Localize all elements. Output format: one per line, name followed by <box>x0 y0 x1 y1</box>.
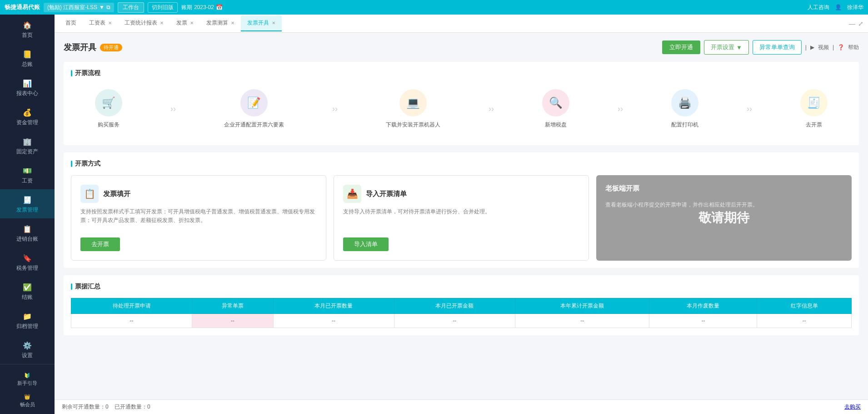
method-import-desc: 支持导入待开票清单，可对待开票清单进行拆分、合并处理。 <box>343 207 579 230</box>
step-taxdisk[interactable]: 🔍 新增税盘 <box>542 89 569 129</box>
process-section: 开票流程 🛒 购买服务 ›› 📝 企业开通配置开票六要素 ›› 💻 <box>64 62 859 145</box>
step-config-label: 企业开通配置开票六要素 <box>224 121 284 129</box>
tab-invoice-open[interactable]: 发票开具 ✕ <box>241 15 282 31</box>
sidebar-item-closing[interactable]: ✅ 结账 <box>0 277 55 306</box>
step-buy-service[interactable]: 🛒 购买服务 <box>95 89 122 129</box>
sidebar-item-vip[interactable]: 👑 畅会员 <box>0 390 55 412</box>
tab-minimize-icon[interactable]: — <box>849 20 855 27</box>
col-abnormal: 异常单票 <box>192 298 273 314</box>
method-card-import: 📥 导入开票清单 支持导入待开票清单，可对待开票清单进行拆分、合并处理。 导入清… <box>334 175 589 261</box>
method-boss-header: 老板端开票 <box>605 184 843 193</box>
sidebar-item-invoice[interactable]: 🧾 发票管理 <box>0 189 55 218</box>
company-selector[interactable]: (勉励) 江西服室-LSS ▼ ⧉ <box>44 3 114 12</box>
method-fill-header: 📋 发票填开 <box>80 185 317 203</box>
open-settings-button[interactable]: 开票设置 ▼ <box>704 40 749 55</box>
step-download[interactable]: 💻 下载并安装开票机器人 <box>386 89 440 129</box>
tab-invoice-close[interactable]: ✕ <box>190 20 194 25</box>
method-import-title: 导入开票清单 <box>366 190 407 198</box>
step-arrow-3: ›› <box>489 104 494 114</box>
customer-service[interactable]: 人工咨询 <box>808 4 829 11</box>
sidebar-pin-toggle[interactable]: ↑取消固定 <box>0 412 55 414</box>
tab-invoice[interactable]: 发票 ✕ <box>170 15 200 31</box>
sidebar-item-label: 总账 <box>22 61 33 68</box>
method-boss-title: 老板端开票 <box>605 184 639 193</box>
buy-link[interactable]: 去购买 <box>844 404 861 410</box>
method-card-fill: 📋 发票填开 支持按照发票样式手工填写开发票；可开具增值税电子普通发票、增值税普… <box>71 175 326 261</box>
tab-payroll-report-label: 工资统计报表 <box>125 19 157 27</box>
tab-invoice-calc-close[interactable]: ✕ <box>231 20 234 25</box>
username[interactable]: 徐泽华 <box>847 4 863 11</box>
user-avatar[interactable]: 👤 <box>835 4 842 10</box>
summary-section-title: 票据汇总 <box>71 283 852 291</box>
sidebar-item-label: 资金管理 <box>16 119 38 126</box>
cell-red-info: -- <box>757 314 852 328</box>
cell-year-amount: -- <box>515 314 649 328</box>
company-dropdown-icon[interactable]: ▼ <box>99 4 105 10</box>
purchase-sales-icon: 📋 <box>23 225 32 233</box>
tab-home-label: 首页 <box>65 19 76 27</box>
cell-pending: -- <box>71 314 192 328</box>
sidebar-item-finance[interactable]: 💰 资金管理 <box>0 102 55 131</box>
sidebar-item-tax[interactable]: 🔖 税务管理 <box>0 247 55 277</box>
step-go-invoice[interactable]: 🧾 去开票 <box>800 89 828 129</box>
opened-label: 已开通数量：0 <box>115 404 150 410</box>
tab-payroll-close[interactable]: ✕ <box>108 20 112 25</box>
tab-invoice-open-label: 发票开具 <box>247 19 269 27</box>
divider2: | <box>833 44 834 50</box>
cell-abnormal: -- <box>192 314 273 328</box>
page-title: 发票开具 <box>64 42 96 53</box>
method-fill-btn[interactable]: 去开票 <box>80 237 120 251</box>
sidebar-item-ledger[interactable]: 📒 总账 <box>0 44 55 73</box>
method-fill-title: 发票填开 <box>103 190 130 198</box>
method-boss-desc: 查看老板端小程序提交的开票申请，并作出相应处理后开开票。 <box>605 201 843 209</box>
sidebar-item-tutorial[interactable]: 🔰 新手引导 <box>0 369 55 390</box>
step-arrow-1: ›› <box>170 104 176 114</box>
video-icon[interactable]: ▶ <box>810 44 814 50</box>
open-now-button[interactable]: 立即开通 <box>662 40 700 54</box>
view-label[interactable]: 视频 <box>818 44 829 51</box>
method-import-btn[interactable]: 导入清单 <box>343 237 389 251</box>
copy-icon[interactable]: ⧉ <box>106 4 110 10</box>
step-go-invoice-label: 去开票 <box>806 121 822 129</box>
old-version-button[interactable]: 切到旧版 <box>148 2 178 13</box>
cell-month-count: -- <box>273 314 394 328</box>
abnormal-query-button[interactable]: 异常单单查询 <box>753 40 802 55</box>
sidebar-item-purchase-sales[interactable]: 📋 进销台账 <box>0 218 55 247</box>
step-printer[interactable]: 🖨️ 配置打印机 <box>671 89 698 129</box>
tab-payroll[interactable]: 工资表 ✕ <box>83 15 118 31</box>
header-icons: | ▶ 视频 | ❓ 帮助 <box>805 44 859 51</box>
tab-payroll-report[interactable]: 工资统计报表 ✕ <box>118 15 170 31</box>
tab-invoice-open-close[interactable]: ✕ <box>272 20 275 25</box>
sidebar-item-archive[interactable]: 📁 归档管理 <box>0 306 55 335</box>
period-value[interactable]: 2023-02 <box>194 4 214 10</box>
archive-icon: 📁 <box>23 312 32 321</box>
step-config[interactable]: 📝 企业开通配置开票六要素 <box>224 89 284 129</box>
settings-icon: ⚙️ <box>23 341 32 350</box>
process-steps: 🛒 购买服务 ›› 📝 企业开通配置开票六要素 ›› 💻 下载并安装开票机器人 … <box>71 85 852 138</box>
sidebar-item-settings[interactable]: ⚙️ 设置 <box>0 335 55 364</box>
method-fill-icon: 📋 <box>80 185 99 203</box>
workspace-button[interactable]: 工作台 <box>118 2 144 13</box>
vip-icon: 👑 <box>24 394 30 400</box>
sidebar-item-label: 结账 <box>22 293 33 301</box>
process-section-title: 开票流程 <box>71 69 852 77</box>
summary-table: 待处理开票申请 异常单票 本月已开票数量 本月已开票金额 本年累计开票金额 本月… <box>71 298 852 328</box>
tab-bar: 首页 工资表 ✕ 工资统计报表 ✕ 发票 ✕ 发票测算 ✕ 发票开具 ✕ <box>55 15 868 33</box>
tutorial-icon: 🔰 <box>24 373 30 379</box>
tab-invoice-calc[interactable]: 发票测算 ✕ <box>200 15 241 31</box>
tab-expand-icon[interactable]: ⤢ <box>858 20 863 27</box>
sidebar-item-assets[interactable]: 🏢 固定资产 <box>0 131 55 160</box>
col-month-count: 本月已开票数量 <box>273 298 394 314</box>
calendar-icon[interactable]: 📅 <box>216 4 223 10</box>
status-badge: 待开通 <box>100 44 122 51</box>
sidebar-item-label: 进销台账 <box>16 235 38 243</box>
tab-home[interactable]: 首页 <box>59 15 83 31</box>
tab-payroll-report-close[interactable]: ✕ <box>160 20 164 25</box>
sidebar-item-reports[interactable]: 📊 报表中心 <box>0 73 55 102</box>
sidebar-bottom: 🔰 新手引导 👑 畅会员 ↑取消固定 <box>0 364 55 414</box>
help-icon[interactable]: ❓ <box>838 44 844 50</box>
sidebar-item-home[interactable]: 🏠 首页 <box>0 15 55 44</box>
help-label[interactable]: 帮助 <box>848 44 859 51</box>
sidebar-item-payroll[interactable]: 💵 工资 <box>0 160 55 189</box>
tutorial-label: 新手引导 <box>17 380 37 387</box>
